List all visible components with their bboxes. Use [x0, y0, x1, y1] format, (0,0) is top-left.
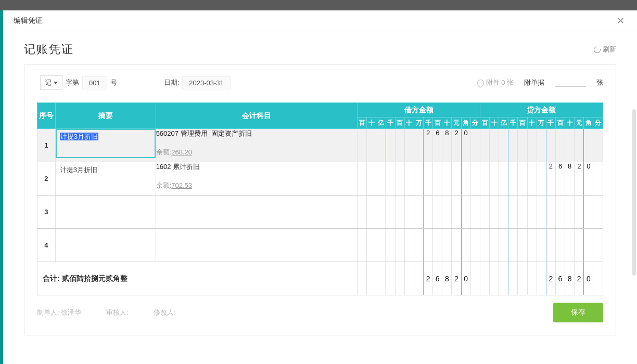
digit-cell[interactable]: [527, 129, 537, 162]
digit-cell[interactable]: [555, 229, 565, 262]
digit-cell[interactable]: [470, 162, 480, 196]
digit-cell[interactable]: [452, 162, 461, 196]
digit-cell[interactable]: [452, 196, 461, 229]
digit-cell[interactable]: 0: [584, 162, 593, 196]
digit-cell[interactable]: 8: [565, 162, 575, 196]
digit-cell[interactable]: [376, 162, 386, 196]
summary-cell[interactable]: [55, 229, 156, 262]
digit-cell[interactable]: [565, 196, 575, 229]
digit-cell[interactable]: [470, 129, 480, 162]
account-cell[interactable]: [156, 229, 358, 262]
digit-cell[interactable]: [470, 229, 480, 262]
digit-cell[interactable]: 2: [452, 262, 461, 295]
digit-cell[interactable]: [470, 196, 480, 229]
summary-cell[interactable]: 计提3月折旧: [55, 162, 156, 196]
digit-cell[interactable]: [518, 162, 527, 196]
digit-cell[interactable]: [518, 129, 527, 162]
digit-cell[interactable]: [546, 196, 555, 229]
digit-cell[interactable]: [433, 162, 442, 196]
save-button[interactable]: 保存: [553, 303, 603, 322]
digit-cell[interactable]: [433, 229, 442, 262]
digit-cell[interactable]: [490, 196, 499, 229]
digit-cell[interactable]: [404, 229, 414, 262]
digit-cell[interactable]: [555, 196, 565, 229]
digit-cell[interactable]: [386, 262, 395, 295]
digit-cell[interactable]: [499, 129, 508, 162]
digit-cell[interactable]: [527, 196, 537, 229]
digit-cell[interactable]: [376, 229, 386, 262]
digit-cell[interactable]: [518, 262, 527, 295]
digit-cell[interactable]: [404, 162, 414, 196]
digit-cell[interactable]: 8: [442, 262, 452, 295]
digit-cell[interactable]: 2: [424, 262, 433, 295]
digit-cell[interactable]: [537, 196, 546, 229]
digit-cell[interactable]: [414, 262, 423, 295]
digit-cell[interactable]: [480, 229, 489, 262]
digit-cell[interactable]: [527, 162, 537, 196]
digit-cell[interactable]: 6: [433, 129, 442, 162]
digit-cell[interactable]: 8: [442, 129, 452, 162]
digit-cell[interactable]: [358, 162, 367, 196]
digit-cell[interactable]: [480, 196, 489, 229]
digit-cell[interactable]: [490, 129, 499, 162]
receipt-count-input[interactable]: [555, 79, 586, 87]
digit-cell[interactable]: [358, 129, 367, 162]
digit-cell[interactable]: [527, 229, 537, 262]
digit-cell[interactable]: [367, 229, 376, 262]
digit-cell[interactable]: [461, 196, 470, 229]
digit-cell[interactable]: [508, 229, 518, 262]
digit-cell[interactable]: [414, 162, 423, 196]
digit-cell[interactable]: [376, 129, 386, 162]
digit-cell[interactable]: [386, 129, 395, 162]
attachment-button[interactable]: 附件 0 张: [477, 78, 514, 87]
voucher-date-input[interactable]: 2023-03-31: [182, 76, 231, 89]
digit-cell[interactable]: [584, 129, 593, 162]
digit-cell[interactable]: [537, 229, 546, 262]
account-cell[interactable]: [156, 196, 358, 229]
digit-cell[interactable]: [376, 196, 386, 229]
digit-cell[interactable]: [386, 229, 395, 262]
digit-cell[interactable]: [358, 229, 367, 262]
digit-cell[interactable]: [414, 196, 423, 229]
digit-cell[interactable]: [404, 262, 414, 295]
digit-cell[interactable]: [565, 229, 575, 262]
digit-cell[interactable]: [358, 196, 367, 229]
digit-cell[interactable]: [376, 262, 386, 295]
summary-input[interactable]: 计提3月折旧: [56, 129, 156, 158]
digit-cell[interactable]: [461, 162, 470, 196]
digit-cell[interactable]: 2: [424, 129, 433, 162]
digit-cell[interactable]: 2: [546, 262, 555, 295]
digit-cell[interactable]: [508, 262, 518, 295]
digit-cell[interactable]: 0: [584, 262, 593, 295]
digit-cell[interactable]: 0: [461, 262, 470, 295]
digit-cell[interactable]: [452, 229, 461, 262]
digit-cell[interactable]: 0: [461, 129, 470, 162]
digit-cell[interactable]: [499, 229, 508, 262]
digit-cell[interactable]: [508, 129, 518, 162]
digit-cell[interactable]: 2: [452, 129, 461, 162]
digit-cell[interactable]: 6: [555, 162, 565, 196]
digit-cell[interactable]: [424, 196, 433, 229]
digit-cell[interactable]: [593, 162, 603, 196]
digit-cell[interactable]: [490, 262, 499, 295]
scrollbar[interactable]: [632, 109, 636, 276]
digit-cell[interactable]: [575, 196, 584, 229]
refresh-button[interactable]: 刷新: [594, 45, 616, 54]
digit-cell[interactable]: [584, 229, 593, 262]
digit-cell[interactable]: [395, 162, 404, 196]
digit-cell[interactable]: [593, 196, 603, 229]
digit-cell[interactable]: 2: [546, 162, 555, 196]
digit-cell[interactable]: [386, 196, 395, 229]
digit-cell[interactable]: [508, 162, 518, 196]
digit-cell[interactable]: [395, 229, 404, 262]
digit-cell[interactable]: [527, 262, 537, 295]
digit-cell[interactable]: [584, 196, 593, 229]
digit-cell[interactable]: [395, 262, 404, 295]
voucher-number-input[interactable]: 001: [82, 76, 107, 89]
digit-cell[interactable]: [593, 262, 603, 295]
voucher-type-select[interactable]: 记: [40, 75, 62, 90]
digit-cell[interactable]: [395, 129, 404, 162]
digit-cell[interactable]: 6: [555, 262, 565, 295]
digit-cell[interactable]: [490, 162, 499, 196]
digit-cell[interactable]: 8: [565, 262, 575, 295]
